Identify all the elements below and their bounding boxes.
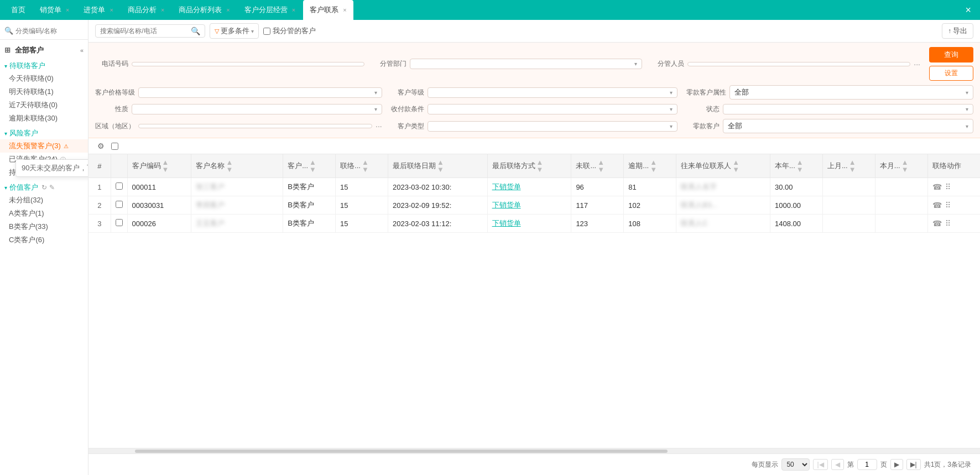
- row-2-uncontacted: 117: [571, 196, 624, 215]
- payment-select[interactable]: ▾: [428, 104, 678, 114]
- nav-product-analysis[interactable]: 商品分析 ×: [121, 0, 171, 20]
- person-dots-icon[interactable]: ···: [914, 60, 920, 69]
- customer-level-select[interactable]: ▾: [428, 87, 678, 98]
- row-3-more-icon[interactable]: ⠿: [945, 219, 951, 228]
- close-analysis-list-icon[interactable]: ×: [226, 7, 230, 13]
- th-this-month[interactable]: 本月... ▲▼: [875, 154, 927, 178]
- phone-input[interactable]: [132, 62, 364, 66]
- refresh-icon[interactable]: ↻: [41, 184, 47, 191]
- nav-home[interactable]: 首页: [4, 0, 32, 20]
- filter-search-input[interactable]: [100, 27, 189, 35]
- select-all-checkbox[interactable]: [111, 143, 118, 150]
- horizontal-scrollbar[interactable]: [88, 448, 980, 453]
- more-conditions-btn[interactable]: ▽ 更多条件 ▾: [210, 23, 259, 39]
- settings-button[interactable]: 设置: [929, 66, 973, 81]
- sidebar-all-customers[interactable]: ⊞ 全部客户 «: [0, 43, 88, 58]
- gear-button[interactable]: ⚙: [95, 140, 107, 152]
- row-2-more-icon[interactable]: ⠿: [945, 201, 951, 210]
- nature-select[interactable]: ▾: [132, 104, 382, 114]
- close-sales-icon[interactable]: ×: [66, 7, 69, 13]
- nav-customer-contact[interactable]: 客户联系 ×: [303, 0, 353, 20]
- row-2-method[interactable]: 下销货单: [487, 196, 571, 215]
- row-2-contact-icon[interactable]: ☎: [932, 201, 942, 210]
- th-contact[interactable]: 联络... ▲▼: [336, 154, 388, 178]
- export-button[interactable]: ↑ 导出: [942, 23, 973, 39]
- page-last-button[interactable]: ▶|: [906, 459, 921, 470]
- row-1-checkbox[interactable]: [116, 182, 123, 190]
- filter-search-icon[interactable]: 🔍: [191, 27, 200, 35]
- th-code[interactable]: 客户编码 ▲▼: [127, 154, 191, 178]
- close-all-button[interactable]: ×: [961, 4, 976, 16]
- close-contact-icon[interactable]: ×: [343, 7, 346, 13]
- department-select[interactable]: ▾: [410, 59, 643, 69]
- my-customers-checkbox-label[interactable]: 我分管的客户: [263, 26, 316, 36]
- row-1-more-icon[interactable]: ⠿: [945, 182, 951, 191]
- row-1-contact-icon[interactable]: ☎: [932, 182, 942, 191]
- row-3-check[interactable]: [111, 215, 127, 233]
- region-dots-icon[interactable]: ···: [376, 122, 382, 131]
- sidebar-section-risk[interactable]: ▾ 风险客户: [0, 125, 88, 139]
- edit-icon[interactable]: ✎: [49, 184, 55, 191]
- page-first-button[interactable]: |◀: [813, 459, 827, 470]
- scroll-thumb[interactable]: [135, 450, 667, 453]
- person-input[interactable]: [687, 62, 910, 66]
- nav-sales[interactable]: 销货单 ×: [33, 0, 76, 20]
- sidebar-section-pending[interactable]: ▾ 待联络客户: [0, 58, 88, 72]
- th-check: [111, 154, 127, 178]
- page-next-button[interactable]: ▶: [890, 459, 903, 470]
- sidebar-item-c-class[interactable]: C类客户(6): [0, 233, 88, 247]
- th-liaison[interactable]: 往来单位联系人 ▲▼: [676, 154, 770, 178]
- row-3-checkbox[interactable]: [116, 219, 123, 226]
- th-overdue[interactable]: 逾期... ▲▼: [624, 154, 676, 178]
- level-arrow-icon: ▾: [670, 90, 673, 96]
- sidebar-item-today[interactable]: 今天待联络(0): [0, 72, 88, 85]
- sidebar-search-input[interactable]: [15, 27, 84, 35]
- th-last-month[interactable]: 上月... ▲▼: [822, 154, 875, 178]
- top-nav: 首页 销货单 × 进货单 × 商品分析 × 商品分析列表 × 客户分层经营 × …: [0, 0, 980, 20]
- sidebar-item-overdue[interactable]: 逾期未联络(30): [0, 112, 88, 125]
- page-prev-button[interactable]: ◀: [831, 459, 844, 470]
- th-customer-type[interactable]: 客户... ▲▼: [283, 154, 336, 178]
- sidebar-item-churn-warning[interactable]: 流失预警客户(3) ⚠: [0, 139, 88, 153]
- th-this-year[interactable]: 本年... ▲▼: [770, 154, 822, 178]
- th-last-contact-method[interactable]: 最后联络方式 ▲▼: [487, 154, 571, 178]
- customer-type-select[interactable]: ▾: [428, 121, 678, 132]
- sidebar-collapse-icon[interactable]: «: [80, 47, 84, 54]
- row-1-date: 2023-03-02 10:30:: [388, 178, 488, 196]
- region-input[interactable]: [138, 124, 372, 128]
- row-1-lastmonth: [822, 178, 875, 196]
- sidebar-item-a-class[interactable]: A类客户(1): [0, 207, 88, 220]
- sidebar-section-value[interactable]: ▾ 价值客户 ↻ ✎: [0, 179, 88, 194]
- row-1-method[interactable]: 下销货单: [487, 178, 571, 196]
- row-2-actions: ☎ ⠿: [927, 196, 980, 215]
- filter-customer-level: 客户等级 ▾: [391, 85, 678, 100]
- price-level-select[interactable]: ▾: [138, 87, 382, 98]
- row-2-check[interactable]: [111, 196, 127, 215]
- filter-phone: 电话号码: [95, 47, 364, 81]
- close-analysis-icon[interactable]: ×: [161, 7, 164, 13]
- status-select[interactable]: ▾: [723, 104, 973, 114]
- zero-sale-select[interactable]: 全部 ▾: [723, 119, 973, 133]
- nav-purchase[interactable]: 进货单 ×: [77, 0, 119, 20]
- close-purchase-icon[interactable]: ×: [110, 7, 113, 13]
- my-customers-checkbox[interactable]: [263, 28, 270, 35]
- row-3-contact-icon[interactable]: ☎: [932, 219, 942, 228]
- sidebar-item-ungroup[interactable]: 未分组(32): [0, 194, 88, 207]
- th-name[interactable]: 客户名称 ▲▼: [191, 154, 283, 178]
- row-1-check[interactable]: [111, 178, 127, 196]
- nav-customer-tier[interactable]: 客户分层经营 ×: [238, 0, 302, 20]
- sidebar-item-7days[interactable]: 近7天待联络(0): [0, 98, 88, 112]
- per-page-select[interactable]: 50 100: [781, 458, 810, 471]
- close-tier-icon[interactable]: ×: [292, 7, 295, 13]
- th-last-contact-date[interactable]: 最后联络日期 ▲▼: [388, 154, 488, 178]
- row-2-checkbox[interactable]: [116, 201, 123, 208]
- query-button[interactable]: 查询: [929, 47, 973, 62]
- row-3-method[interactable]: 下销货单: [487, 215, 571, 233]
- zero-sale-attr-select[interactable]: 全部 ▾: [729, 85, 973, 100]
- sidebar-item-tomorrow[interactable]: 明天待联络(1): [0, 85, 88, 98]
- th-uncontacted[interactable]: 未联... ▲▼: [571, 154, 624, 178]
- nav-product-analysis-list[interactable]: 商品分析列表 ×: [172, 0, 236, 20]
- page-number-input[interactable]: [857, 459, 877, 470]
- row-3-date: 2023-02-03 11:12:: [388, 215, 488, 233]
- sidebar-item-b-class[interactable]: B类客户(33): [0, 220, 88, 233]
